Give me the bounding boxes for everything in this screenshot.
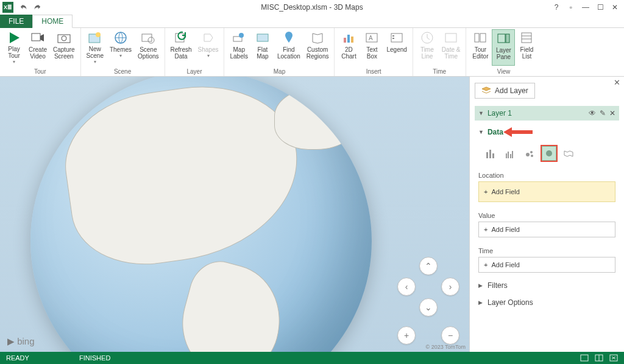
ribbon-tabs: FILE HOME: [0, 15, 624, 28]
ribbon-options-button[interactable]: ▫: [564, 1, 578, 13]
play-tour-button[interactable]: Play Tour ▾: [2, 29, 26, 66]
layer-pane: ✕ Add Layer ▼ Layer 1 👁 ✎ ✕ ▼ Data: [469, 77, 624, 352]
viz-region-button[interactable]: [560, 145, 577, 162]
svg-point-7: [148, 37, 154, 43]
legend-icon: [389, 30, 404, 45]
svg-rect-25: [506, 34, 509, 43]
plus-icon: +: [484, 226, 488, 233]
pane-close-button[interactable]: ✕: [614, 78, 620, 87]
viz-stacked-column-button[interactable]: [482, 145, 499, 162]
camera-icon: [57, 30, 71, 45]
svg-rect-24: [498, 34, 505, 43]
visualization-type-row: [482, 145, 619, 162]
add-layer-button[interactable]: Add Layer: [475, 83, 535, 99]
minimize-button[interactable]: —: [579, 1, 592, 13]
svg-rect-23: [480, 33, 486, 42]
status-view3-button[interactable]: [609, 354, 618, 362]
ribbon-group-view: Tour Editor Layer Pane Field List View: [466, 28, 541, 76]
redo-button[interactable]: [30, 1, 44, 13]
tilt-up-button[interactable]: ⌃: [419, 257, 438, 275]
ribbon-group-tour: Play Tour ▾ Create Video Capture Screen …: [0, 28, 81, 76]
status-bar: READY FINISHED: [0, 352, 624, 364]
viz-bubble-button[interactable]: [521, 145, 538, 162]
new-scene-button[interactable]: New Scene ▾: [83, 29, 107, 66]
add-location-field-button[interactable]: + Add Field: [478, 181, 615, 202]
svg-point-38: [531, 155, 533, 157]
close-button[interactable]: ✕: [608, 1, 622, 13]
scene-options-button[interactable]: Scene Options: [135, 29, 161, 66]
zoom-out-button[interactable]: −: [441, 326, 459, 345]
collapse-icon: ▼: [478, 129, 484, 135]
help-button[interactable]: ?: [550, 1, 563, 13]
2d-chart-button[interactable]: 2D Chart: [337, 29, 360, 66]
svg-rect-14: [351, 37, 353, 43]
svg-point-4: [96, 32, 101, 37]
find-location-button[interactable]: Find Location: [274, 29, 303, 66]
layer-options-section-header[interactable]: ▶ Layer Options: [475, 298, 619, 307]
legend-button[interactable]: Legend: [383, 29, 410, 66]
layer-pane-button[interactable]: Layer Pane: [492, 29, 515, 66]
svg-point-39: [546, 150, 552, 156]
rotate-right-button[interactable]: ›: [441, 278, 459, 296]
status-view1-button[interactable]: [580, 354, 589, 362]
landmass: [274, 89, 360, 150]
status-view2-button[interactable]: [595, 354, 603, 362]
custom-regions-button[interactable]: Custom Regions: [303, 29, 332, 66]
svg-rect-18: [392, 35, 394, 37]
svg-rect-26: [522, 33, 531, 43]
excel-icon: X≣: [2, 2, 13, 13]
svg-rect-6: [142, 34, 152, 41]
annotation-arrow: [511, 130, 533, 134]
capture-screen-button[interactable]: Capture Screen: [50, 29, 78, 66]
eye-icon[interactable]: 👁: [589, 109, 596, 117]
status-ready: READY: [6, 354, 79, 362]
viz-heatmap-button[interactable]: [541, 145, 558, 162]
add-time-field-button[interactable]: + Add Field: [478, 257, 615, 273]
tour-editor-button[interactable]: Tour Editor: [469, 29, 492, 66]
rotate-left-button[interactable]: ‹: [397, 278, 416, 296]
svg-rect-11: [257, 34, 268, 41]
themes-button[interactable]: Themes ▾: [107, 29, 135, 66]
tab-home[interactable]: HOME: [32, 15, 73, 28]
data-section-header[interactable]: ▼ Data: [475, 127, 619, 138]
zoom-in-button[interactable]: +: [397, 326, 416, 345]
chart-icon: [341, 30, 356, 45]
add-value-field-button[interactable]: + Add Field: [478, 222, 615, 237]
edit-icon[interactable]: ✎: [600, 109, 606, 117]
field-list-button[interactable]: Field List: [515, 29, 538, 66]
filters-section-header[interactable]: ▶ Filters: [475, 281, 619, 290]
svg-rect-31: [492, 153, 494, 158]
expand-icon: ▶: [478, 282, 483, 289]
timeline-icon: [420, 30, 434, 45]
undo-button[interactable]: [17, 1, 30, 13]
svg-rect-19: [392, 38, 394, 39]
svg-rect-40: [581, 355, 588, 361]
viz-clustered-column-button[interactable]: [502, 145, 519, 162]
text-box-button[interactable]: A Text Box: [360, 29, 383, 66]
ribbon-group-insert: 2D Chart A Text Box Legend Insert: [335, 28, 413, 76]
layer-header[interactable]: ▼ Layer 1 👁 ✎ ✕: [475, 106, 619, 121]
textbox-icon: A: [364, 30, 379, 45]
video-icon: [30, 30, 45, 45]
ribbon: Play Tour ▾ Create Video Capture Screen …: [0, 28, 624, 77]
timeline-button: Time Line: [416, 29, 439, 66]
pane-icon: [496, 31, 511, 46]
bing-logo: ▶ bing: [7, 336, 35, 347]
plus-icon: +: [484, 261, 488, 268]
collapse-icon: ▼: [478, 110, 484, 116]
delete-icon[interactable]: ✕: [609, 109, 615, 117]
chevron-down-icon: ▾: [13, 59, 15, 65]
tab-file[interactable]: FILE: [0, 15, 32, 28]
maximize-button[interactable]: ☐: [594, 1, 607, 13]
map-labels-button[interactable]: Map Labels: [227, 29, 250, 66]
refresh-data-button[interactable]: Refresh Data: [168, 29, 195, 66]
map-viewport[interactable]: ⌃ ‹ › ⌄ + − ▶ bing © 2023 TomTom: [0, 77, 469, 352]
svg-point-36: [526, 153, 530, 156]
ribbon-group-scene: New Scene ▾ Themes ▾ Scene Options Scene: [81, 28, 165, 76]
flat-map-button[interactable]: Flat Map: [251, 29, 274, 66]
tilt-down-button[interactable]: ⌄: [419, 298, 438, 317]
svg-rect-32: [506, 153, 507, 158]
scene-icon: [88, 30, 102, 44]
ribbon-group-layer: Refresh Data Shapes ▾ Layer: [165, 28, 225, 76]
create-video-button[interactable]: Create Video: [26, 29, 50, 66]
